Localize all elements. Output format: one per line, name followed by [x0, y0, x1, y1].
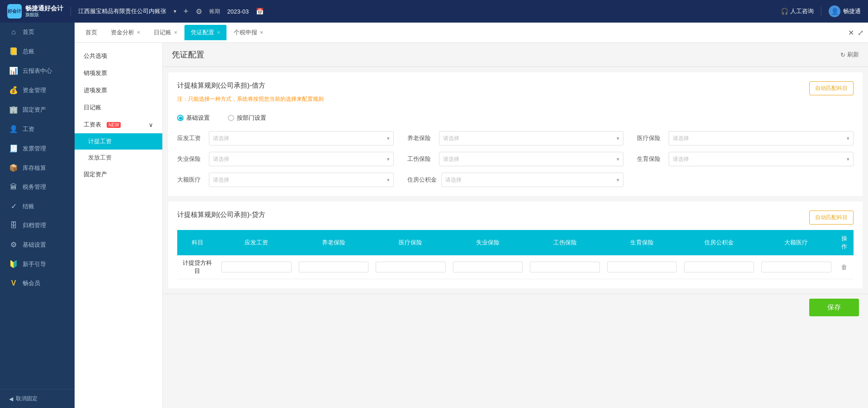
tab-close-funds[interactable]: ×: [137, 29, 140, 36]
td-yiliao-input[interactable]: [372, 255, 449, 279]
menu-item-purchase[interactable]: 进项发票: [75, 82, 162, 99]
select-yanglao[interactable]: 请选择 ▾: [439, 131, 624, 145]
sidebar-item-ledger[interactable]: 📒 总账: [0, 42, 75, 61]
tab-voucher-config[interactable]: 凭证配置 ×: [184, 25, 226, 40]
td-daeyiliao-input[interactable]: [758, 255, 835, 279]
add-book-icon[interactable]: +: [184, 7, 189, 16]
archive-icon: 🗄: [9, 221, 18, 230]
radio-basic[interactable]: 基础设置: [177, 114, 210, 122]
calendar-icon[interactable]: 📅: [256, 8, 264, 15]
delete-row-icon[interactable]: 🗑: [841, 263, 847, 271]
tab-journal[interactable]: 日记账 ×: [147, 25, 184, 40]
sidebar-item-checkout[interactable]: ✓ 结账: [0, 197, 75, 216]
menu-item-calc-salary[interactable]: 计提工资: [75, 133, 162, 150]
tab-home-label: 首页: [85, 28, 97, 37]
td-zhufang-input[interactable]: [680, 255, 758, 279]
user-info[interactable]: 👤 畅捷通: [829, 5, 861, 17]
input-shengyu[interactable]: [607, 262, 677, 272]
select-yiliao[interactable]: 请选择 ▾: [669, 131, 854, 145]
select-shengyu[interactable]: 请选择 ▾: [669, 152, 854, 166]
td-shengyu-input[interactable]: [604, 255, 681, 279]
auto-match-credit-btn[interactable]: 自动匹配科目: [809, 211, 854, 225]
menu-label-pay-salary: 发放工资: [88, 154, 112, 161]
company-dropdown-icon[interactable]: ▾: [174, 8, 176, 14]
sidebar-item-home[interactable]: ⌂ 首页: [0, 23, 75, 42]
panel-header: 凭证配置 ↻ 刷新: [163, 43, 868, 67]
sidebar-item-settings[interactable]: ⚙ 基础设置: [0, 235, 75, 254]
select-daeyiliao[interactable]: 请选择 ▾: [209, 173, 394, 187]
sidebar-item-member[interactable]: V 畅会员: [0, 274, 75, 293]
input-yingfa[interactable]: [222, 262, 292, 272]
input-yiliao[interactable]: [376, 262, 446, 272]
sidebar-item-archive[interactable]: 🗄 归档管理: [0, 216, 75, 235]
sidebar-item-salary[interactable]: 👤 工资: [0, 119, 75, 139]
sidebar-item-inventory[interactable]: 📦 库存核算: [0, 158, 75, 178]
menu-item-sales[interactable]: 销项发票: [75, 65, 162, 82]
cancel-fixed-btn[interactable]: ◀ 取消固定: [0, 389, 75, 408]
credit-section: 计提核算规则(公司承担)-贷方 自动匹配科目 科目 应发工资 养老保险 医疗保险: [168, 202, 863, 288]
select-zhufang[interactable]: 请选择 ▾: [441, 173, 624, 187]
placeholder-yanglao: 请选择: [443, 135, 459, 142]
sidebar-label-archive: 归档管理: [23, 221, 46, 230]
credit-table: 科目 应发工资 养老保险 医疗保险 失业保险 工伤保险 生育保险 住房公积金 大…: [177, 230, 854, 279]
sidebar-label-member: 畅会员: [23, 279, 40, 287]
menu-item-fixed-assets[interactable]: 固定资产: [75, 166, 162, 183]
placeholder-yingfa: 请选择: [213, 135, 229, 142]
tab-close-journal[interactable]: ×: [174, 29, 177, 36]
menu-item-journal[interactable]: 日记账: [75, 99, 162, 116]
member-icon: V: [9, 279, 18, 287]
app-title: 畅捷通好会计: [25, 5, 63, 12]
select-shiye[interactable]: 请选择 ▾: [209, 152, 394, 166]
input-shiye[interactable]: [453, 262, 523, 272]
arrow-yanglao: ▾: [617, 136, 619, 141]
auto-match-debit-btn[interactable]: 自动匹配科目: [809, 81, 854, 95]
td-action[interactable]: 🗑: [835, 255, 854, 279]
select-gongshang[interactable]: 请选择 ▾: [439, 152, 624, 166]
sidebar-item-tax[interactable]: 🏛 税务管理: [0, 178, 75, 197]
sidebar-item-funds[interactable]: 💰 资金管理: [0, 80, 75, 100]
tab-close-voucher[interactable]: ×: [217, 29, 220, 36]
input-zhufang[interactable]: [684, 262, 754, 272]
label-yiliao: 医疗保险: [637, 134, 664, 142]
td-gongshang-input[interactable]: [526, 255, 604, 279]
label-gongshang: 工伤保险: [407, 155, 434, 163]
placeholder-gongshang: 请选择: [443, 155, 459, 163]
expand-window-icon[interactable]: ⤢: [858, 28, 863, 37]
table-row: 计提贷方科目 🗑: [177, 255, 854, 279]
sidebar-label-reports: 云报表中心: [23, 67, 52, 75]
reports-icon: 📊: [9, 66, 18, 75]
input-gongshang[interactable]: [530, 262, 600, 272]
tax-icon: 🏛: [9, 183, 18, 191]
sidebar-item-reports[interactable]: 📊 云报表中心: [0, 61, 75, 80]
menu-item-pay-salary[interactable]: 发放工资: [75, 150, 162, 166]
expand-salary-icon[interactable]: ∨: [149, 122, 153, 128]
settings-icon[interactable]: ⚙: [196, 7, 202, 16]
td-shiye-input[interactable]: [449, 255, 527, 279]
radio-basic-dot: [179, 117, 182, 120]
select-yingfa[interactable]: 请选择 ▾: [209, 131, 394, 145]
period-label: 账期: [209, 8, 220, 15]
save-button[interactable]: 保存: [809, 299, 859, 316]
input-daeyiliao[interactable]: [761, 262, 831, 272]
close-window-icon[interactable]: ✕: [848, 28, 854, 37]
sidebar-item-guide[interactable]: 🔰 新手引导: [0, 254, 75, 274]
sidebar-item-invoice[interactable]: 🧾 发票管理: [0, 139, 75, 158]
tab-close-tax[interactable]: ×: [260, 29, 263, 36]
tab-tax[interactable]: 个税申报 ×: [227, 25, 269, 40]
td-yingfa-input[interactable]: [218, 255, 295, 279]
period-value[interactable]: 2023-03: [227, 8, 249, 15]
menu-item-public[interactable]: 公共选项: [75, 47, 162, 65]
input-yanglao[interactable]: [299, 262, 369, 272]
menu-item-salary-table[interactable]: 工资表 NEW ∨: [75, 116, 162, 133]
sidebar-item-assets[interactable]: 🏢 固定资产: [0, 100, 75, 119]
td-yanglao-input[interactable]: [295, 255, 373, 279]
td-row-name: 计提贷方科目: [177, 255, 218, 279]
tab-home[interactable]: 首页: [79, 25, 104, 40]
tab-funds-analysis[interactable]: 资金分析 ×: [104, 25, 146, 40]
arrow-yingfa: ▾: [387, 136, 390, 141]
human-service-btn[interactable]: 🎧 人工咨询: [781, 7, 814, 15]
menu-label-fixed-assets: 固定资产: [84, 170, 107, 178]
refresh-btn[interactable]: ↻ 刷新: [840, 51, 859, 59]
company-selector[interactable]: 江西服宝精品有限责任公司内账张: [78, 7, 166, 15]
radio-dept[interactable]: 按部门设置: [228, 114, 266, 122]
